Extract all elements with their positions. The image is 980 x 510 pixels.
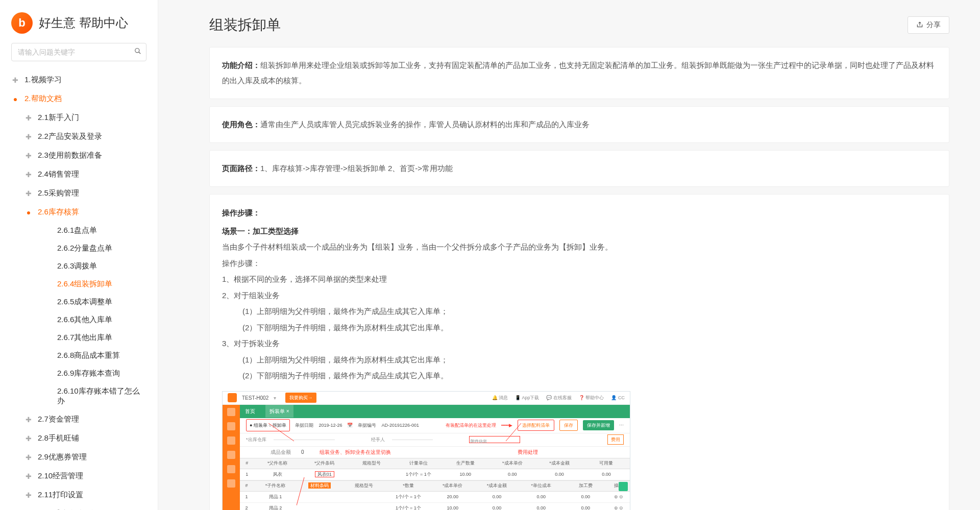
steps-p4b: (2）下部明细为子件明细，最终作为原材料生成其它出库单。	[222, 320, 937, 336]
ss-side-icon	[227, 422, 235, 430]
nav-2-6-7[interactable]: 2.6.7其他出库单	[38, 329, 146, 347]
logo-icon: b	[11, 12, 33, 34]
ss-side-icon	[227, 436, 235, 445]
nav-2-6-3[interactable]: 2.6.3调拨单	[38, 257, 146, 275]
minus-icon: ●	[24, 208, 33, 216]
nav-label: 2.2产品安装及登录	[38, 132, 102, 141]
ss-td: 用品 2	[253, 503, 298, 510]
ss-fee-button: 费用	[607, 434, 624, 445]
nav-2-1[interactable]: ✚2.1新手入门	[24, 108, 146, 127]
nav-2-6[interactable]: ●2.6库存核算	[24, 203, 146, 222]
ss-save-button: 保存	[559, 420, 578, 431]
share-icon	[916, 21, 923, 30]
ss-td: 0.00	[475, 503, 519, 510]
path-label: 页面路径：	[222, 164, 260, 173]
ss-anno-bom: 有装配清单的在这里处理	[446, 421, 496, 430]
ss-savenew-button: 保存并新增	[583, 420, 614, 431]
main-content: 组装拆卸单 分享 功能介绍：组装拆卸单用来处理企业组装或拆卸等加工业务，支持有固…	[158, 0, 980, 510]
steps-p1: 当由多个子件材料组装成一个成品的业务为【组装】业务，当由一个父件拆分成多个子产品…	[222, 239, 937, 255]
nav-2-12[interactable]: ✚2.12系统个性化设置	[24, 504, 146, 510]
search-icon[interactable]	[134, 47, 141, 57]
nav-label: 2.3使用前数据准备	[38, 151, 102, 160]
ss-th: 生产数量	[442, 458, 489, 468]
svg-line-1	[139, 52, 141, 54]
nav-label: 2.10经营管理	[38, 471, 83, 481]
nav-2-5[interactable]: ✚2.5采购管理	[24, 184, 146, 203]
ss-th: *父件条码	[301, 458, 348, 468]
nav-2-6-6[interactable]: 2.6.6其他入库单	[38, 311, 146, 329]
nav-label: 2.9优惠券管理	[38, 452, 87, 462]
ss-bell-icon: 🔔 消息	[492, 393, 508, 403]
nav-2-6-2[interactable]: 2.6.2分量盘点单	[38, 239, 146, 257]
ss-th: 规格型号	[348, 458, 395, 468]
path-text: 1、库存核算->库存管理->组装拆卸单 2、首页->常用功能	[260, 164, 453, 173]
ss-td: 20.00	[430, 492, 475, 502]
ss-buy-button: 我要购买→	[285, 393, 316, 403]
nav-2-6-10[interactable]: 2.6.10库存账本错了怎么办	[38, 382, 146, 410]
nav-2-6-5[interactable]: 2.6.5成本调整单	[38, 293, 146, 311]
steps-heading: 操作步骤：	[222, 205, 937, 221]
nav-2-6-1[interactable]: 2.6.1盘点单	[38, 222, 146, 239]
ss-code-value: AD-20191226-001	[381, 421, 419, 430]
ss-side-icon	[227, 408, 235, 416]
ss-td: 0.00	[564, 503, 608, 510]
steps-card: 操作步骤： 场景一：加工类型选择 当由多个子件材料组装成一个成品的业务为【组装】…	[209, 194, 949, 510]
ss-td: 0.00	[519, 503, 564, 510]
nav-2-10[interactable]: ✚2.10经营管理	[24, 467, 146, 485]
ss-calendar-icon: 📅	[347, 421, 353, 430]
nav-label: 2.1新手入门	[38, 113, 79, 123]
embedded-screenshot: TEST-H002 ▾ 我要购买→ 🔔 消息 📱 App下载 💬 在线客服 ❓ …	[222, 391, 630, 511]
ss-td: 0.00	[536, 470, 583, 479]
intro-card: 功能介绍：组装拆卸单用来处理企业组装或拆卸等加工业务，支持有固定装配清单的产品加…	[209, 47, 949, 99]
ss-td: 0.00	[489, 470, 536, 479]
nav-2-7[interactable]: ✚2.7资金管理	[24, 410, 146, 429]
ss-tab-current: 拆装单 ×	[265, 405, 293, 418]
ss-th: 规格型号	[342, 481, 386, 491]
ss-row-ops: ⊕ ⊖	[608, 503, 630, 510]
ss-avatar-icon: 👤 CC	[611, 393, 625, 403]
ss-td: 10.00	[430, 503, 475, 510]
site-title: 好生意 帮助中心	[39, 15, 128, 31]
nav-helpdocs[interactable]: ●2.帮助文档	[11, 89, 146, 108]
nav-2-6-9[interactable]: 2.6.9库存账本查询	[38, 365, 146, 382]
plus-icon: ✚	[24, 114, 33, 122]
steps-p3: 1、根据不同的业务，选择不同单据的类型来处理	[222, 271, 937, 287]
ss-more-icon: ⋯	[619, 421, 624, 430]
logo-row: b 好生意 帮助中心	[0, 0, 158, 43]
ss-arrow-line-icon	[268, 423, 299, 444]
ss-main: 首页 拆装单 × ● 组装单 ○ 拆卸单 单据日期 2019-12-26 📅 单…	[240, 405, 630, 511]
ss-tab-home: 首页	[245, 406, 255, 417]
plus-icon: ✚	[24, 133, 33, 141]
ss-th: *数量	[386, 481, 430, 491]
nav-label: 2.8手机旺铺	[38, 433, 79, 443]
ss-warehouse-label: *出库仓库	[246, 435, 266, 445]
ss-th: 计量单位	[395, 458, 442, 468]
intro-text: 组装拆卸单用来处理企业组装或拆卸等加工业务，支持有固定装配清单的产品加工业务，也…	[222, 61, 934, 85]
nav-2-3[interactable]: ✚2.3使用前数据准备	[24, 146, 146, 165]
ss-th: 可用量	[583, 458, 630, 468]
ss-td: 1个/个 = 1个	[386, 503, 430, 510]
ss-td: 0.00	[475, 492, 519, 502]
steps-p5: 3、对于拆装业务	[222, 335, 937, 352]
svg-line-3	[506, 423, 521, 441]
search-input[interactable]	[11, 43, 146, 61]
plus-icon: ✚	[24, 189, 33, 198]
nav-2-2[interactable]: ✚2.2产品安装及登录	[24, 127, 146, 146]
nav-2-6-4[interactable]: 2.6.4组装拆卸单	[38, 275, 146, 293]
nav-2-6-8[interactable]: 2.6.8商品成本重算	[38, 347, 146, 365]
scenario-heading: 场景一：加工类型选择	[222, 223, 937, 239]
nav-2-9[interactable]: ✚2.9优惠券管理	[24, 448, 146, 467]
svg-point-0	[135, 48, 139, 53]
nav-2-4[interactable]: ✚2.4销售管理	[24, 165, 146, 184]
nav-2-8[interactable]: ✚2.8手机旺铺	[24, 429, 146, 448]
ss-th: *父件名称	[254, 458, 301, 468]
ss-side-icon	[227, 451, 235, 459]
ss-test-label: TEST-H002	[242, 393, 268, 403]
sidebar: b 好生意 帮助中心 ✚1.视频学习 ●2.帮助文档 ✚2.1新手入门 ✚2.2…	[0, 0, 158, 510]
ss-anno-fee: 费用处理	[518, 447, 538, 457]
nav-video[interactable]: ✚1.视频学习	[11, 70, 146, 89]
ss-td: 风衣	[254, 470, 301, 479]
ss-td: 0.00	[583, 470, 630, 479]
nav-2-11[interactable]: ✚2.11打印设置	[24, 485, 146, 504]
share-button[interactable]: 分享	[908, 16, 949, 34]
